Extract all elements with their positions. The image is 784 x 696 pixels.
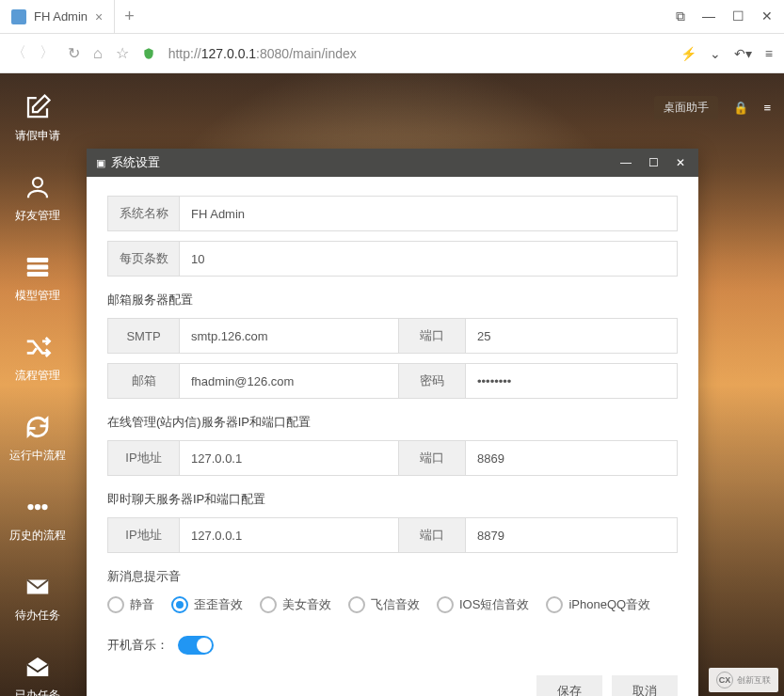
chat-ip-input[interactable]	[179, 517, 399, 553]
browser-toolbar: 〈 〉 ↻ ⌂ ☆ http://127.0.0.1:8080/main/ind…	[0, 34, 784, 73]
sidebar-item-model[interactable]: 模型管理	[9, 245, 66, 319]
smtp-input[interactable]	[179, 318, 399, 354]
tab-close-icon[interactable]: ×	[95, 9, 103, 24]
smtp-port-label: 端口	[399, 318, 465, 354]
sync-icon	[23, 412, 53, 442]
desktop-helper-button[interactable]: 桌面助手	[654, 96, 718, 119]
user-icon	[23, 172, 53, 202]
online-port-label: 端口	[399, 440, 465, 476]
nav-favorite-icon[interactable]: ☆	[116, 44, 129, 62]
modal-title-icon: ▣	[96, 157, 105, 169]
sidebar-item-done[interactable]: 已办任务	[9, 644, 66, 696]
sidebar-label: 运行中流程	[9, 448, 66, 464]
svg-point-5	[35, 504, 40, 510]
nav-home-icon[interactable]: ⌂	[93, 45, 103, 62]
mail-icon	[23, 572, 53, 602]
svg-point-4	[27, 504, 33, 510]
save-button[interactable]: 保存	[536, 675, 602, 696]
lock-icon[interactable]: 🔒	[733, 101, 748, 115]
online-ip-label: IP地址	[107, 440, 179, 476]
modal-titlebar[interactable]: ▣ 系统设置 — ☐ ✕	[87, 149, 698, 177]
online-ip-input[interactable]	[179, 440, 399, 476]
startup-music-toggle[interactable]	[178, 636, 214, 655]
content-area: 请假申请 好友管理 模型管理 流程管理 运行中流程 历史的流程 待办任务 已办	[0, 73, 784, 696]
server-icon	[23, 252, 53, 282]
sidebar-label: 流程管理	[15, 368, 60, 384]
smtp-label: SMTP	[107, 318, 179, 354]
smtp-port-input[interactable]	[465, 318, 678, 354]
security-shield-icon[interactable]	[142, 47, 155, 60]
modal-title-text: 系统设置	[111, 154, 160, 171]
radio-fetion[interactable]: 飞信音效	[348, 596, 420, 613]
browser-tab-bar: FH Admin × + ⧉ — ☐ ✕	[0, 0, 784, 34]
page-size-label: 每页条数	[107, 241, 179, 277]
dots-icon	[23, 492, 53, 522]
sidebar-label: 已办任务	[15, 688, 60, 696]
cancel-button[interactable]: 取消	[612, 675, 678, 696]
chat-ip-label: IP地址	[107, 517, 179, 553]
tab-title: FH Admin	[34, 9, 88, 24]
sidebar-label: 待办任务	[15, 608, 60, 624]
system-name-input[interactable]	[179, 196, 678, 231]
top-right-toolbar: 桌面助手 🔒 ≡	[641, 90, 784, 125]
nav-forward-icon[interactable]: 〉	[40, 43, 55, 63]
modal-close-icon[interactable]: ✕	[672, 156, 689, 169]
watermark-text: 创新互联	[737, 674, 771, 687]
url-bar[interactable]: http://127.0.0.1:8080/main/index	[168, 46, 667, 61]
mail-label: 邮箱	[107, 363, 179, 399]
modal-maximize-icon[interactable]: ☐	[645, 156, 663, 169]
menu-icon[interactable]: ≡	[765, 46, 773, 61]
sidebar: 请假申请 好友管理 模型管理 流程管理 运行中流程 历史的流程 待办任务 已办	[0, 73, 75, 696]
sidebar-item-history[interactable]: 历史的流程	[9, 484, 66, 559]
window-overlay-icon[interactable]: ⧉	[676, 8, 685, 24]
sidebar-item-process[interactable]: 流程管理	[9, 324, 66, 399]
nav-back-icon[interactable]: 〈	[11, 43, 26, 63]
menu-compact-icon[interactable]: ≡	[763, 101, 771, 115]
window-minimize-icon[interactable]: —	[702, 8, 715, 24]
radio-ios[interactable]: IOS短信音效	[437, 596, 529, 613]
svg-rect-1	[27, 258, 49, 262]
sidebar-item-leave[interactable]: 请假申请	[9, 85, 66, 159]
chat-port-label: 端口	[399, 517, 465, 553]
radio-yy[interactable]: 歪歪音效	[171, 596, 243, 613]
dropdown-icon[interactable]: ⌄	[710, 46, 721, 61]
mail-input[interactable]	[179, 363, 399, 399]
sidebar-label: 历史的流程	[9, 528, 66, 544]
radio-mute[interactable]: 静音	[107, 596, 154, 613]
window-maximize-icon[interactable]: ☐	[732, 8, 744, 24]
page-size-input[interactable]	[179, 241, 678, 277]
shuffle-icon	[23, 332, 53, 362]
chat-port-input[interactable]	[465, 517, 678, 553]
nav-refresh-icon[interactable]: ↻	[68, 44, 80, 62]
radio-iphoneqq[interactable]: iPhoneQQ音效	[546, 596, 650, 613]
settings-modal: ▣ 系统设置 — ☐ ✕ 系统名称 每页条数 邮箱服务器配置 SMTP 端口	[87, 149, 698, 696]
tab-favicon	[11, 9, 26, 24]
password-input[interactable]	[465, 363, 678, 399]
watermark: CX 创新互联	[709, 668, 778, 692]
edit-icon	[23, 92, 53, 122]
sidebar-item-todo[interactable]: 待办任务	[9, 564, 66, 639]
new-tab-button[interactable]: +	[115, 7, 144, 26]
mail-section-title: 邮箱服务器配置	[107, 292, 678, 308]
sidebar-label: 好友管理	[15, 208, 60, 224]
undo-icon[interactable]: ↶▾	[734, 46, 752, 61]
system-name-label: 系统名称	[107, 196, 179, 231]
chat-section-title: 即时聊天服务器IP和端口配置	[107, 491, 678, 508]
online-section-title: 在线管理(站内信)服务器IP和端口配置	[107, 414, 678, 431]
sidebar-item-running[interactable]: 运行中流程	[9, 404, 66, 479]
speed-icon[interactable]: ⚡	[680, 46, 696, 61]
modal-minimize-icon[interactable]: —	[616, 156, 635, 169]
sidebar-item-friends[interactable]: 好友管理	[9, 165, 66, 239]
sidebar-label: 模型管理	[15, 288, 60, 304]
online-port-input[interactable]	[465, 440, 678, 476]
radio-beauty[interactable]: 美女音效	[260, 596, 331, 613]
svg-point-6	[41, 504, 47, 510]
svg-point-0	[33, 178, 42, 187]
startup-music-label: 开机音乐：	[107, 637, 168, 654]
sidebar-label: 请假申请	[15, 128, 60, 144]
watermark-logo-icon: CX	[716, 672, 733, 688]
password-label: 密码	[399, 363, 465, 399]
window-close-icon[interactable]: ✕	[761, 8, 773, 24]
svg-rect-3	[27, 272, 49, 277]
browser-tab[interactable]: FH Admin ×	[0, 0, 115, 34]
